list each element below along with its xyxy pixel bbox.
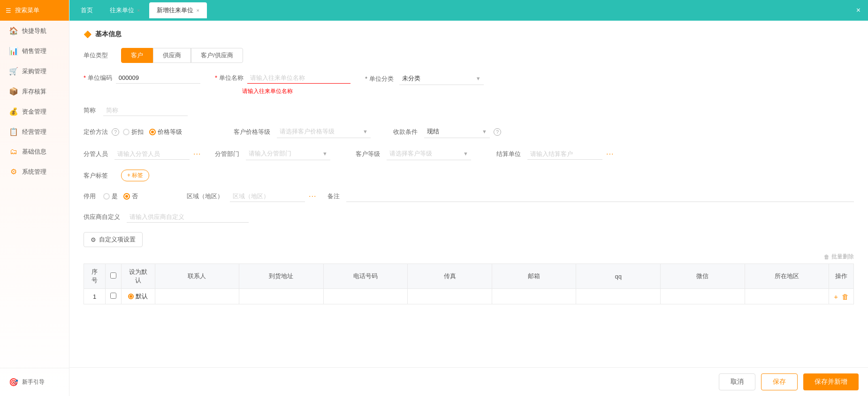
row-fax-input[interactable] — [412, 293, 487, 300]
category-value: 未分类 — [402, 74, 476, 83]
disabled-yes-radio[interactable] — [103, 193, 110, 200]
save-button[interactable]: 保存 — [761, 373, 798, 390]
pricing-discount[interactable]: 折扣 — [123, 128, 144, 136]
row-qq[interactable] — [576, 289, 661, 304]
type-btn-supplier[interactable]: 供应商 — [153, 48, 191, 63]
payment-field: 收款条件 现结 ▼ ? — [393, 125, 515, 138]
row-phone-input[interactable] — [328, 293, 403, 300]
row-contact-input[interactable] — [160, 293, 235, 300]
row-fax[interactable] — [408, 289, 492, 304]
tab-new-contact-close[interactable]: × — [196, 8, 199, 13]
row-ops: + 🗑 — [829, 289, 854, 304]
row-address[interactable] — [239, 289, 324, 304]
abbr-input[interactable] — [103, 105, 188, 116]
category-field: * 单位分类 未分类 ▼ — [365, 72, 496, 85]
row-email[interactable] — [492, 289, 576, 304]
region-input[interactable] — [230, 191, 305, 202]
name-input[interactable] — [247, 72, 350, 84]
save-add-button[interactable]: 保存并新增 — [803, 373, 859, 390]
row-code-name-category: 单位编码 单位名称 请输入往来单位名称 * 单位分类 未分类 — [84, 72, 854, 95]
sidebar-item-guide[interactable]: 🎯 新手引导 — [0, 372, 69, 392]
customer-level-chevron: ▼ — [463, 151, 468, 156]
sidebar-item-quick-nav[interactable]: 🏠 快捷导航 — [0, 21, 69, 41]
row-phone[interactable] — [323, 289, 408, 304]
type-btn-customer[interactable]: 客户 — [121, 48, 153, 63]
basic-info-icon: 🗂 — [9, 148, 18, 156]
payment-select[interactable]: 现结 ▼ — [424, 125, 490, 138]
disabled-yes[interactable]: 是 — [103, 192, 118, 201]
row-location-input[interactable] — [750, 293, 824, 300]
notes-input[interactable] — [346, 191, 854, 202]
settlement-input[interactable] — [527, 148, 602, 160]
tab-contacts-close[interactable]: × — [137, 8, 140, 13]
name-label: 单位名称 — [215, 74, 244, 82]
region-more-btn[interactable]: ··· — [309, 192, 316, 201]
search-menu-btn[interactable]: ☰ 搜索菜单 — [0, 0, 69, 21]
pricing-level[interactable]: 价格等级 — [149, 128, 182, 136]
row-default-label: 默认 — [136, 292, 148, 301]
settlement-more-btn[interactable]: ··· — [606, 150, 614, 158]
payment-value: 现结 — [427, 127, 482, 136]
row-location[interactable] — [745, 289, 829, 304]
row-add-btn[interactable]: + — [834, 293, 838, 301]
disabled-no[interactable]: 否 — [123, 192, 138, 201]
th-wechat: 微信 — [661, 264, 745, 289]
supplier-custom-input[interactable] — [127, 211, 249, 223]
custom-settings-btn[interactable]: ⚙ 自定义项设置 — [84, 232, 143, 247]
customer-price-select[interactable]: 请选择客户价格等级 ▼ — [277, 125, 371, 138]
tab-home[interactable]: 首页 — [73, 2, 100, 18]
row-delete-btn[interactable]: 🗑 — [842, 293, 849, 301]
notes-field: 备注 — [327, 191, 854, 202]
tab-new-contact[interactable]: 新增往来单位 × — [149, 2, 206, 18]
manager-input[interactable] — [114, 148, 190, 160]
table-actions: 🗑 批量删除 — [84, 253, 854, 261]
row-checkbox[interactable] — [110, 293, 116, 299]
sidebar-item-basic-info[interactable]: 🗂 基础信息 — [0, 142, 69, 162]
contacts-table: 序号 设为默认 联系人 到货地址 电话号码 传真 邮箱 qq 微信 所在地区 操… — [84, 264, 854, 304]
code-input[interactable] — [116, 72, 200, 84]
tabs-close-all-btn[interactable]: × — [853, 4, 864, 16]
sidebar-bottom: 🎯 新手引导 — [0, 368, 69, 396]
pricing-help-icon[interactable]: ? — [112, 128, 119, 136]
batch-delete-btn[interactable]: 🗑 批量删除 — [824, 253, 854, 261]
abbr-field: 简称 — [84, 105, 206, 116]
sidebar-item-inventory[interactable]: 📦 库存核算 — [0, 81, 69, 101]
sidebar-item-sales[interactable]: 📊 销售管理 — [0, 41, 69, 61]
code-field: 单位编码 — [84, 72, 206, 84]
type-btn-both[interactable]: 客户/供应商 — [191, 48, 243, 63]
disabled-no-radio[interactable] — [123, 193, 130, 200]
settlement-label: 结算单位 — [496, 150, 521, 158]
name-field: 单位名称 请输入往来单位名称 — [215, 72, 356, 95]
sidebar-item-finance[interactable]: 💰 资金管理 — [0, 101, 69, 122]
row-default: 默认 — [122, 289, 155, 304]
tab-home-label: 首页 — [81, 6, 93, 15]
manager-more-btn[interactable]: ··· — [193, 150, 201, 158]
department-select[interactable]: 请输入分管部门 ▼ — [246, 148, 330, 160]
row-wechat-input[interactable] — [665, 293, 740, 300]
row-default-radio[interactable] — [128, 294, 134, 299]
pricing-discount-radio[interactable] — [123, 129, 129, 135]
payment-help-icon[interactable]: ? — [494, 128, 501, 136]
home-icon: 🏠 — [9, 26, 18, 35]
pricing-method-field: 定价方法 ? 折扣 价格等级 — [84, 128, 224, 136]
row-address-input[interactable] — [244, 293, 319, 300]
tab-contacts[interactable]: 往来单位 × — [102, 2, 147, 18]
sidebar-item-operations[interactable]: 📋 经营管理 — [0, 122, 69, 142]
cancel-button[interactable]: 取消 — [719, 373, 755, 390]
category-select[interactable]: 未分类 ▼ — [399, 72, 484, 85]
abbr-label: 简称 — [84, 106, 96, 115]
payment-label: 收款条件 — [393, 128, 418, 136]
sidebar-item-purchase[interactable]: 🛒 采购管理 — [0, 61, 69, 81]
disabled-field: 停用 是 否 — [84, 192, 177, 201]
select-all-checkbox[interactable] — [110, 272, 116, 279]
pricing-level-radio[interactable] — [149, 129, 156, 135]
row-contact[interactable] — [155, 289, 239, 304]
row-wechat[interactable] — [661, 289, 745, 304]
customer-level-select[interactable]: 请选择客户等级 ▼ — [387, 148, 471, 160]
row-qq-input[interactable] — [581, 293, 655, 300]
add-tag-btn[interactable]: + 标签 — [121, 170, 149, 181]
sidebar-item-system[interactable]: ⚙ 系统管理 — [0, 162, 69, 182]
row-email-input[interactable] — [497, 293, 571, 300]
search-menu-label: 搜索菜单 — [15, 6, 39, 15]
supplier-custom-field: 供应商自定义 — [84, 211, 249, 223]
